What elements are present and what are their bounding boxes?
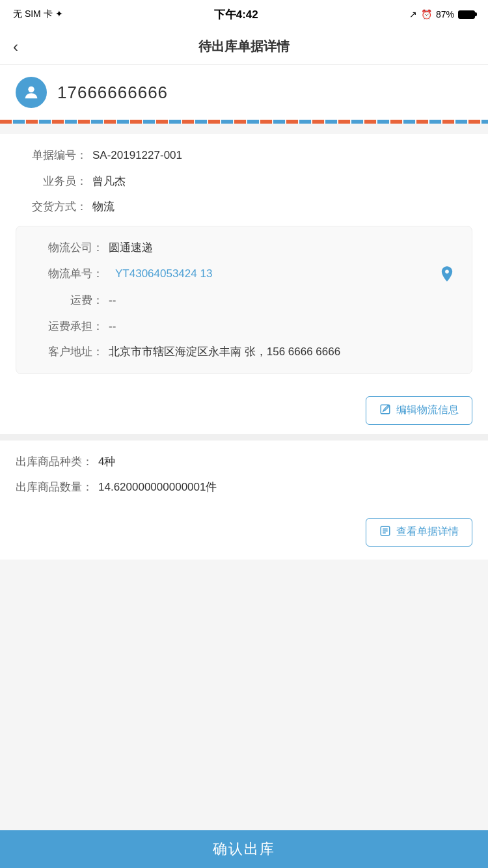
location-icon: ↗ (409, 9, 417, 20)
freight-bearer-row: 运费承担： -- (32, 318, 456, 335)
order-number-label: 单据编号： (16, 147, 87, 164)
address-row: 客户地址： 北京市市辖区海淀区永丰南 张，156 6666 6666 (32, 344, 456, 360)
delivery-method-label: 交货方式： (16, 198, 87, 215)
status-left: 无 SIM 卡 ✦ (13, 8, 63, 20)
sales-person-value: 曾凡杰 (92, 173, 472, 190)
freight-bearer-value: -- (109, 318, 456, 335)
sales-person-label: 业务员： (16, 173, 87, 190)
status-bar: 无 SIM 卡 ✦ 下午4:42 ↗ ⏰ 87% (0, 0, 488, 29)
logistics-card: 物流公司： 圆通速递 物流单号： YT43064053424 13 运费： --… (16, 226, 472, 374)
logistics-company-row: 物流公司： 圆通速递 (32, 239, 456, 256)
battery-percent: 87% (436, 9, 454, 20)
customer-phone: 17666666666 (57, 83, 168, 103)
section-divider (0, 434, 488, 441)
tracking-number-row: 物流单号： YT43064053424 13 (32, 265, 456, 283)
view-detail-area: 查看单据详情 (0, 509, 488, 560)
product-quantity-label: 出库商品数量： (16, 479, 93, 496)
address-value: 北京市市辖区海淀区永丰南 张，156 6666 6666 (109, 344, 456, 360)
back-button[interactable]: ‹ (13, 33, 23, 61)
location-pin-icon[interactable] (438, 265, 456, 283)
product-quantity-row: 出库商品数量： 14.620000000000001件 (16, 479, 472, 496)
page-title: 待出库单据详情 (198, 38, 290, 55)
battery-icon (458, 10, 475, 19)
list-icon (379, 525, 391, 539)
status-right: ↗ ⏰ 87% (409, 9, 475, 20)
order-number-row: 单据编号： SA-20191227-001 (16, 147, 472, 164)
sales-person-row: 业务员： 曾凡杰 (16, 173, 472, 190)
view-detail-label: 查看单据详情 (396, 525, 459, 539)
customer-row: 17666666666 (0, 65, 488, 120)
bottom-spacer (0, 560, 488, 638)
tracking-label: 物流单号： (32, 265, 103, 282)
product-type-row: 出库商品种类： 4种 (16, 454, 472, 470)
edit-logistics-button[interactable]: 编辑物流信息 (366, 396, 472, 425)
edit-logistics-label: 编辑物流信息 (396, 403, 459, 417)
tracking-number-value: YT43064053424 13 (115, 265, 431, 282)
order-number-value: SA-20191227-001 (92, 147, 472, 164)
alarm-icon: ⏰ (421, 9, 432, 20)
freight-bearer-label: 运费承担： (32, 318, 103, 335)
dashed-separator (0, 120, 488, 124)
delivery-method-value: 物流 (92, 198, 472, 215)
confirm-button-area[interactable]: 确认出库 (0, 830, 488, 868)
person-icon (22, 83, 40, 102)
product-quantity-value: 14.620000000000001件 (98, 479, 472, 496)
logistics-company-value: 圆通速递 (109, 239, 456, 256)
freight-value: -- (109, 292, 456, 309)
confirm-button-label: 确认出库 (213, 841, 275, 857)
address-label: 客户地址： (32, 344, 103, 360)
product-section: 出库商品种类： 4种 出库商品数量： 14.620000000000001件 (0, 441, 488, 509)
edit-icon (379, 403, 391, 418)
order-info-section: 单据编号： SA-20191227-001 业务员： 曾凡杰 交货方式： 物流 … (0, 134, 488, 387)
product-type-value: 4种 (98, 454, 472, 470)
status-time: 下午4:42 (214, 7, 258, 22)
nav-bar: ‹ 待出库单据详情 (0, 29, 488, 65)
svg-point-0 (28, 87, 34, 92)
logistics-company-label: 物流公司： (32, 239, 103, 256)
freight-label: 运费： (32, 292, 103, 309)
delivery-method-row: 交货方式： 物流 (16, 198, 472, 215)
avatar (16, 77, 47, 108)
freight-row: 运费： -- (32, 292, 456, 309)
view-detail-button[interactable]: 查看单据详情 (366, 518, 472, 547)
edit-logistics-area: 编辑物流信息 (0, 387, 488, 434)
product-type-label: 出库商品种类： (16, 454, 93, 470)
